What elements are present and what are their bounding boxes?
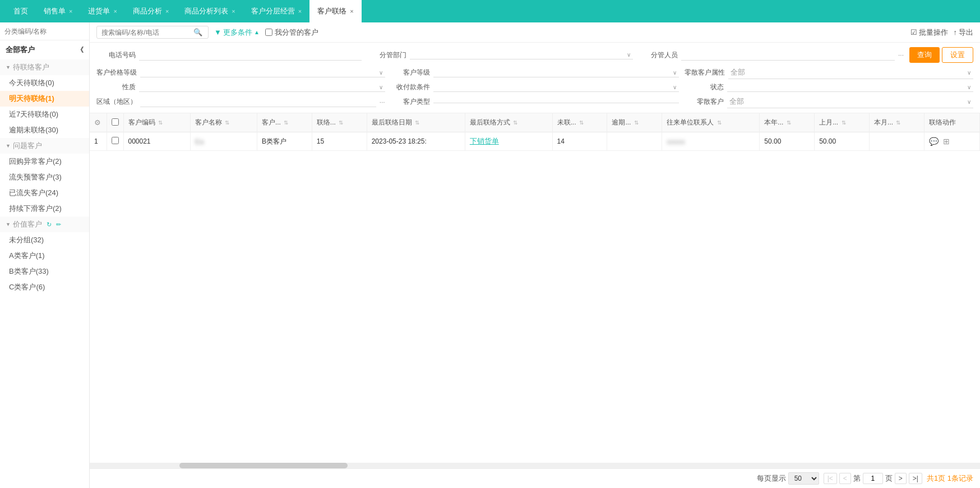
scrollbar-thumb[interactable]: [179, 463, 348, 468]
person-dots-icon[interactable]: ···: [898, 51, 904, 59]
filter-more-btn[interactable]: ▼ 更多条件 ▲: [214, 27, 260, 38]
payment-select[interactable]: ∨: [433, 83, 679, 92]
table-body: 1 000021 Ea B类客户 15 2023-05-23 18:25: 下销…: [90, 132, 980, 151]
sidebar-item-tomorrow[interactable]: 明天待联络(1): [0, 91, 89, 107]
th-this-year[interactable]: 本年... ⇅: [760, 113, 815, 132]
th-uncontacted[interactable]: 未联... ⇅: [552, 113, 607, 132]
action-comment-icon[interactable]: 💬: [929, 137, 939, 146]
sidebar-item-b-class[interactable]: B类客户(33): [0, 264, 89, 279]
td-action: 💬 ⊞: [924, 132, 979, 151]
nav-customer-tier[interactable]: 客户分层经营 ×: [243, 0, 309, 22]
sidebar-item-a-class[interactable]: A类客户(1): [0, 248, 89, 264]
prev-page-btn[interactable]: <: [839, 473, 851, 484]
th-type[interactable]: 客户... ⇅: [257, 113, 312, 132]
nav-home[interactable]: 首页: [6, 0, 36, 22]
row-checkbox[interactable]: [112, 137, 119, 144]
retail-attr-select[interactable]: 全部 ∨: [728, 66, 973, 79]
th-last-month[interactable]: 上月... ⇅: [815, 113, 870, 132]
th-last-method[interactable]: 最后联络方式 ⇅: [465, 113, 552, 132]
table-footer: 每页显示 50 100 200 |< < 第 页 > >| 共1页 1条记录: [90, 468, 980, 488]
per-page-select[interactable]: 50 100 200: [788, 472, 819, 485]
my-customers-checkbox[interactable]: [265, 29, 272, 36]
export-btn[interactable]: ↑ 导出: [954, 27, 974, 38]
filter-search-input[interactable]: [101, 29, 191, 36]
sidebar-all-label: 全部客户: [6, 45, 35, 55]
td-type: B类客户: [257, 132, 312, 151]
sidebar-item-churned[interactable]: 已流失客户(24): [0, 185, 89, 201]
phone-input[interactable]: [139, 50, 362, 61]
page-input[interactable]: [863, 473, 883, 484]
scrollbar-area[interactable]: [90, 463, 980, 468]
nav-analysis[interactable]: 商品分析 ×: [125, 0, 177, 22]
action-grid-icon[interactable]: ⊞: [943, 137, 950, 146]
customer-type-select[interactable]: [433, 100, 679, 103]
batch-btn[interactable]: ☑ 批量操作: [910, 27, 948, 38]
customer-type-label: 客户类型: [391, 97, 430, 107]
price-grade-select[interactable]: ∨: [140, 68, 385, 77]
th-name[interactable]: 客户名称 ⇅: [190, 113, 257, 132]
filter-search-icon[interactable]: 🔍: [193, 28, 202, 36]
th-this-month[interactable]: 本月... ⇅: [870, 113, 924, 132]
settings-button[interactable]: 设置: [942, 47, 973, 63]
person-input[interactable]: [681, 50, 895, 61]
last-method-link[interactable]: 下销货单: [470, 137, 499, 145]
customer-grade-label: 客户等级: [391, 68, 430, 77]
nav-sales[interactable]: 销售单 ×: [36, 0, 80, 22]
retail-select[interactable]: 全部 ∨: [727, 95, 973, 108]
sidebar-item-declining[interactable]: 持续下滑客户(2): [0, 201, 89, 217]
table-area: ⚙ 客户编码 ⇅ 客户名称 ⇅ 客户... ⇅ 联络... ⇅ 最后联络日期 ⇅…: [90, 113, 980, 463]
th-gear[interactable]: ⚙: [90, 113, 107, 132]
sidebar-all-customers[interactable]: 全部客户 《: [0, 40, 89, 59]
th-last-date[interactable]: 最后联络日期 ⇅: [367, 113, 465, 132]
th-overdue[interactable]: 逾期... ⇅: [607, 113, 662, 132]
dept-select[interactable]: ∨: [410, 50, 632, 59]
td-last-method[interactable]: 下销货单: [465, 132, 552, 151]
status-select[interactable]: ∨: [727, 83, 973, 92]
query-button[interactable]: 查询: [909, 47, 940, 63]
nav-purchase[interactable]: 进货单 ×: [80, 0, 124, 22]
sidebar-item-churn-warning[interactable]: 流失预警客户(3): [0, 169, 89, 185]
td-index: 1: [90, 132, 107, 151]
sidebar-search-input[interactable]: [4, 27, 89, 35]
close-customer-contact-icon[interactable]: ×: [350, 8, 353, 15]
th-checkbox: [107, 113, 123, 132]
nature-select[interactable]: ∨: [139, 83, 385, 92]
close-purchase-icon[interactable]: ×: [113, 8, 117, 15]
select-all-checkbox[interactable]: [112, 118, 119, 126]
region-input[interactable]: [140, 96, 376, 107]
next-page-btn[interactable]: >: [895, 473, 907, 484]
sort-name-icon: ⇅: [225, 119, 229, 126]
filter-actions: ☑ 批量操作 ↑ 导出: [910, 27, 974, 38]
first-page-btn[interactable]: |<: [824, 473, 837, 484]
sidebar-collapse-icon[interactable]: 《: [77, 45, 84, 55]
th-related[interactable]: 往来单位联系人 ⇅: [662, 113, 760, 132]
customer-grade-select[interactable]: ∨: [433, 68, 679, 77]
sidebar-item-ungroup[interactable]: 未分组(32): [0, 232, 89, 248]
value-refresh-icon[interactable]: ↻: [47, 221, 52, 228]
th-contact[interactable]: 联络... ⇅: [312, 113, 367, 132]
sidebar-item-repurchase[interactable]: 回购异常客户(2): [0, 154, 89, 169]
my-customers-filter[interactable]: 我分管的客户: [265, 27, 318, 38]
nav-customer-contact[interactable]: 客户联络 ×: [309, 0, 361, 22]
close-customer-tier-icon[interactable]: ×: [298, 8, 302, 15]
sort-month-icon: ⇅: [896, 119, 900, 126]
sidebar-item-7days[interactable]: 近7天待联络(0): [0, 107, 89, 122]
sidebar-item-today[interactable]: 今天待联络(0): [0, 75, 89, 91]
nav-analysis-list[interactable]: 商品分析列表 ×: [177, 0, 243, 22]
gear-icon[interactable]: ⚙: [94, 118, 101, 127]
td-last-month: 50.00: [815, 132, 870, 151]
close-sales-icon[interactable]: ×: [69, 8, 72, 15]
sort-uncontacted-icon: ⇅: [579, 119, 584, 126]
retail-attr-chevron-icon: ∨: [967, 70, 971, 76]
sidebar-item-overdue[interactable]: 逾期未联络(30): [0, 122, 89, 138]
th-code[interactable]: 客户编码 ⇅: [123, 113, 190, 132]
close-analysis-icon[interactable]: ×: [165, 8, 169, 15]
sidebar-item-c-class[interactable]: C类客户(6): [0, 279, 89, 295]
close-analysis-list-icon[interactable]: ×: [232, 8, 235, 15]
customer-grade-field: 客户等级 ∨: [391, 68, 679, 77]
value-edit-icon[interactable]: ✏: [56, 221, 61, 228]
last-page-btn[interactable]: >|: [909, 473, 922, 484]
retail-chevron-icon: ∨: [967, 99, 971, 105]
region-dots-icon[interactable]: ···: [380, 98, 385, 106]
td-checkbox[interactable]: [107, 132, 123, 151]
